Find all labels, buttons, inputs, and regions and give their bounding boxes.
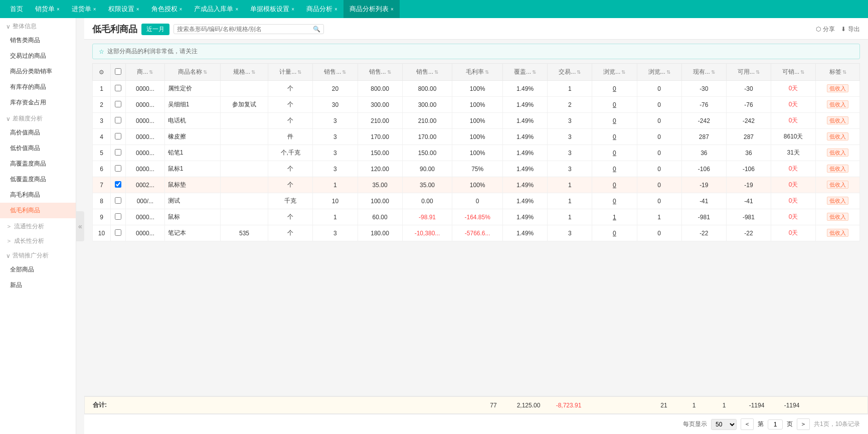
nav-template-close[interactable]: × — [291, 7, 294, 12]
col-unit[interactable]: 计量...⇅ — [268, 64, 313, 81]
cell-view1[interactable]: 0 — [592, 81, 637, 97]
sidebar-item-low-coverage[interactable]: 低覆盖度商品 — [0, 172, 76, 187]
nav-goods-analysis-list[interactable]: 商品分析列表 × — [343, 0, 400, 18]
cell-checkbox[interactable] — [111, 209, 126, 225]
sidebar-item-high-margin[interactable]: 高毛利商品 — [0, 187, 76, 203]
search-input[interactable] — [177, 26, 313, 33]
sidebar-group-overall[interactable]: ∨ 整体信息 — [0, 18, 76, 33]
col-trade[interactable]: 交易...⇅ — [548, 64, 592, 81]
prev-page-button[interactable]: ＜ — [741, 418, 754, 430]
nav-product-close[interactable]: × — [235, 7, 238, 12]
next-page-button[interactable]: ＞ — [797, 418, 810, 430]
sidebar-item-traded-goods[interactable]: 交易过的商品 — [0, 48, 76, 64]
col-code[interactable]: 商...⇅ — [126, 64, 165, 81]
nav-template-settings[interactable]: 单据模板设置 × — [244, 0, 300, 18]
sidebar-item-stock-capital[interactable]: 库存资金占用 — [0, 95, 76, 110]
cell-view1[interactable]: 1 — [592, 209, 637, 225]
col-checkbox[interactable] — [111, 64, 126, 81]
sidebar-item-sales-goods[interactable]: 销售类商品 — [0, 33, 76, 48]
nav-goods-analysis[interactable]: 商品分析 × — [300, 0, 343, 18]
nav-sales-order[interactable]: 销货单 × — [29, 0, 66, 18]
sidebar-item-stocked-goods[interactable]: 有库存的商品 — [0, 79, 76, 95]
sidebar-item-new-goods[interactable]: 新品 — [0, 277, 76, 293]
row-checkbox[interactable] — [115, 117, 121, 123]
sidebar-collapse-button[interactable]: « — [76, 211, 84, 241]
cell-checkbox[interactable] — [111, 193, 126, 209]
nav-sales-order-close[interactable]: × — [57, 7, 60, 12]
sidebar-item-high-value[interactable]: 高价值商品 — [0, 125, 76, 140]
search-icon[interactable]: 🔍 — [313, 26, 320, 33]
nav-purchase-order[interactable]: 进货单 × — [66, 0, 102, 18]
nav-permission-close[interactable]: × — [136, 7, 139, 12]
cell-view1[interactable]: 0 — [592, 193, 637, 209]
cell-settings: 8 — [93, 193, 111, 209]
cell-checkbox[interactable] — [111, 145, 126, 161]
nav-permission-settings[interactable]: 权限设置 × — [102, 0, 145, 18]
cell-checkbox[interactable] — [111, 177, 126, 193]
row-checkbox[interactable] — [115, 229, 121, 236]
nav-role-auth[interactable]: 角色授权 × — [145, 0, 189, 18]
col-view2[interactable]: 浏览...⇅ — [637, 64, 681, 81]
cell-available: -242 — [726, 113, 771, 129]
cell-checkbox[interactable] — [111, 113, 126, 129]
select-all-checkbox[interactable] — [115, 68, 121, 75]
cell-view1[interactable]: 0 — [592, 129, 637, 145]
row-checkbox[interactable] — [115, 181, 121, 188]
sidebar-item-high-coverage[interactable]: 高覆盖度商品 — [0, 156, 76, 172]
cell-checkbox[interactable] — [111, 225, 126, 241]
nav-home[interactable]: 首页 — [4, 0, 29, 18]
col-tag[interactable]: 标签⇅ — [816, 64, 860, 81]
nav-purchase-close[interactable]: × — [93, 7, 96, 12]
sidebar-group-growth[interactable]: ＞ 成长性分析 — [0, 233, 76, 247]
time-filter-button[interactable]: 近一月 — [141, 24, 169, 35]
row-checkbox[interactable] — [115, 213, 121, 220]
cell-view1[interactable]: 0 — [592, 225, 637, 241]
col-sales-price[interactable]: 销售...⇅ — [358, 64, 402, 81]
page-number-input[interactable] — [768, 419, 783, 429]
col-settings[interactable]: ⚙ — [93, 64, 111, 81]
row-checkbox[interactable] — [115, 197, 121, 204]
sidebar-group-margin-analysis[interactable]: ∨ 差额度分析 — [0, 110, 76, 125]
col-saleable[interactable]: 可销...⇅ — [771, 64, 816, 81]
cell-checkbox[interactable] — [111, 129, 126, 145]
nav-product-instock[interactable]: 产成品入库单 × — [188, 0, 244, 18]
nav-role-close[interactable]: × — [180, 7, 183, 12]
nav-goods-list-close[interactable]: × — [391, 7, 394, 12]
cell-view1[interactable]: 0 — [592, 177, 637, 193]
nav-goods-analysis-close[interactable]: × — [334, 7, 337, 12]
cell-checkbox[interactable] — [111, 161, 126, 177]
sidebar-item-low-value[interactable]: 低价值商品 — [0, 140, 76, 156]
table-row: 7 0002... 鼠标垫 个 1 35.00 35.00 100% 1.49%… — [93, 177, 860, 193]
row-checkbox[interactable] — [115, 165, 121, 172]
cell-view1[interactable]: 0 — [592, 113, 637, 129]
share-button[interactable]: ⬡ 分享 — [816, 25, 835, 34]
notice-bar: ☆ 这部分商品的利润非常低，请关注 — [92, 44, 860, 59]
sidebar-group-marketing[interactable]: ∨ 营销推广分析 — [0, 247, 76, 262]
cell-current-stock: -41 — [681, 193, 726, 209]
cell-checkbox[interactable] — [111, 97, 126, 113]
row-checkbox[interactable] — [115, 149, 121, 156]
sidebar-item-all-goods[interactable]: 全部商品 — [0, 262, 76, 277]
col-coverage[interactable]: 覆盖...⇅ — [503, 64, 548, 81]
sidebar-item-low-margin[interactable]: 低毛利商品 — [0, 203, 76, 218]
export-button[interactable]: ⬇ 导出 — [841, 25, 860, 34]
col-sales-amount[interactable]: 销售...⇅ — [402, 64, 452, 81]
cell-view1[interactable]: 0 — [592, 161, 637, 177]
cell-view1[interactable]: 0 — [592, 97, 637, 113]
sidebar-group-circulation[interactable]: ＞ 流通性分析 — [0, 218, 76, 233]
col-name[interactable]: 商品名称⇅ — [164, 64, 220, 81]
col-gross-rate[interactable]: 毛利率⇅ — [452, 64, 503, 81]
sidebar-item-category-rate[interactable]: 商品分类助销率 — [0, 64, 76, 79]
row-checkbox[interactable] — [115, 85, 121, 91]
cell-checkbox[interactable] — [111, 81, 126, 97]
col-available[interactable]: 可用...⇅ — [726, 64, 771, 81]
col-current-stock[interactable]: 现有...⇅ — [681, 64, 726, 81]
row-checkbox[interactable] — [115, 101, 121, 107]
per-page-select[interactable]: 50 100 200 — [711, 419, 737, 430]
col-sales-qty[interactable]: 销售...⇅ — [313, 64, 358, 81]
row-checkbox[interactable] — [115, 133, 121, 139]
col-view1[interactable]: 浏览...⇅ — [592, 64, 637, 81]
cell-unit: 个 — [268, 81, 313, 97]
col-spec[interactable]: 规格...⇅ — [220, 64, 268, 81]
cell-view1[interactable]: 0 — [592, 145, 637, 161]
